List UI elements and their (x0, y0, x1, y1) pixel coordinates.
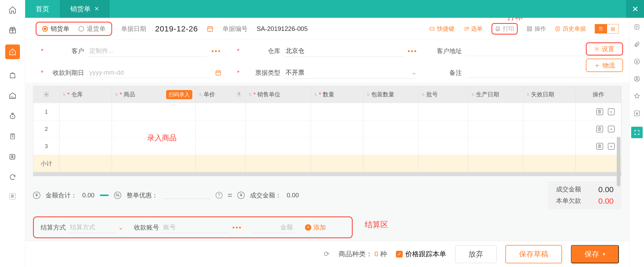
deal-amount: 0.00 (287, 192, 299, 199)
tab-bar: 首页 销货单 ✕ ✕ (25, 0, 644, 18)
settle-method[interactable]: 结算方式 结算方式 ⌄ (41, 222, 123, 233)
svg-rect-17 (496, 29, 499, 31)
expand-icon[interactable] (631, 127, 643, 138)
svg-point-14 (468, 28, 468, 29)
date-value[interactable]: 2019-12-26 (155, 24, 198, 33)
radio-sale[interactable]: 销货单 (42, 25, 69, 33)
delete-row-icon[interactable]: 🗑 (596, 108, 603, 115)
docno-label: 单据编号 (222, 25, 248, 33)
col-price[interactable]: ⇅单价? (196, 86, 245, 103)
attachment-icon[interactable] (633, 40, 641, 48)
deal-icon: ¥ (237, 192, 245, 199)
annotation-settle: 结算区 (365, 219, 388, 230)
svg-point-5 (11, 155, 13, 157)
svg-point-9 (636, 77, 638, 79)
subtotal-row: 小计 (33, 155, 621, 172)
v-scrollbar[interactable] (617, 137, 620, 186)
discount-icon: % (114, 192, 121, 199)
warehouse-icon[interactable] (8, 91, 17, 100)
table-header: ⇅*仓库 ⇅*商品扫码录入 ⇅单价? ⇅*销售单位 ⇅*数量 ⇅包装数量 ⇅批号… (33, 86, 621, 103)
view-list-icon[interactable]: ☰ (595, 24, 607, 34)
settle-amount[interactable]: 金额 (253, 222, 294, 233)
delete-row-icon[interactable]: 🗑 (596, 126, 603, 132)
sync-icon[interactable] (8, 173, 17, 182)
doc-settings-button[interactable]: 设置 (586, 42, 623, 55)
add-settlement-button[interactable]: +添加 (305, 223, 326, 232)
discard-button[interactable]: 放弃 (455, 245, 496, 263)
tab-sales-order[interactable]: 销货单 ✕ (60, 0, 110, 18)
new-badge[interactable]: 新 (9, 193, 16, 199)
sales-icon[interactable]: ¥ (5, 44, 20, 59)
add-row-icon[interactable]: ＋ (608, 108, 615, 115)
coin-icon[interactable] (633, 58, 641, 65)
calendar-icon[interactable] (207, 25, 214, 32)
radio-return[interactable]: 退货单 (78, 25, 106, 33)
svg-text:¥: ¥ (12, 115, 13, 118)
yen-box-icon[interactable] (633, 109, 641, 117)
chevron-down-icon: ⌄ (412, 69, 416, 76)
col-exp[interactable]: ⇅失效日期 (523, 86, 576, 103)
col-mfg[interactable]: ⇅生产日期 (468, 86, 523, 103)
svg-rect-23 (216, 71, 221, 75)
tool-pick[interactable]: 选单 (463, 25, 483, 33)
scan-entry-chip[interactable]: 扫码录入 (166, 90, 192, 99)
table-row[interactable]: 3 🗑＋ (33, 137, 621, 155)
contact-icon[interactable] (8, 152, 17, 161)
doc-header-bar: 销货单 退货单 单据日期 2019-12-26 单据编号 SA-20191226… (25, 18, 629, 40)
footer-bar: ⟳ 商品种类： 0 种 ✓价格跟踪本单 放弃 保存草稿 保存▾ (25, 241, 629, 267)
close-all-icon[interactable]: ✕ (626, 0, 644, 18)
totals-box: 成交金额0.00 本单欠款0.00 (548, 181, 621, 209)
save-button[interactable]: 保存▾ (571, 245, 619, 263)
view-toggle[interactable]: ☰ ▤ (595, 24, 619, 34)
add-logistics-button[interactable]: ＋物流 (586, 59, 623, 72)
bag-icon[interactable] (8, 71, 17, 80)
field-warehouse[interactable]: *仓库 北京仓••• (237, 45, 418, 57)
field-due-date[interactable]: *收款到期日 yyyy-mm-dd (41, 67, 221, 79)
settle-account[interactable]: 收款账号 账号 ••• (134, 222, 242, 233)
tool-history[interactable]: 历史单据 (555, 25, 586, 33)
table-row[interactable]: 1 🗑＋ (33, 103, 621, 120)
help-icon[interactable]: ? (216, 192, 222, 199)
add-row-icon[interactable]: ＋ (608, 143, 615, 150)
order-type-group: 销货单 退货单 (36, 22, 112, 36)
close-tab-icon[interactable]: ✕ (94, 5, 99, 12)
money-bag-icon[interactable]: ¥ (8, 112, 17, 120)
calendar-icon (215, 70, 221, 76)
line-items-table: ⇅*仓库 ⇅*商品扫码录入 ⇅单价? ⇅*销售单位 ⇅*数量 ⇅包装数量 ⇅批号… (33, 86, 621, 176)
home-icon[interactable] (8, 5, 17, 14)
col-packqty[interactable]: ⇅包装数量 (363, 86, 418, 103)
right-rail (629, 18, 644, 267)
col-settings[interactable] (33, 86, 59, 103)
track-checkbox[interactable]: ✓价格跟踪本单 (396, 249, 446, 259)
chevron-down-icon: ▾ (603, 251, 605, 257)
col-lot[interactable]: ⇅批号 (418, 86, 468, 103)
tool-print[interactable]: 打印 (492, 23, 518, 35)
discount-input[interactable] (163, 192, 210, 199)
table-row[interactable]: 2 🗑＋ (33, 120, 621, 137)
tool-hotkey[interactable]: 快捷键 (429, 25, 454, 33)
svg-text:¥: ¥ (11, 51, 13, 54)
date-label: 单据日期 (121, 25, 146, 33)
tab-home[interactable]: 首页 (25, 0, 60, 18)
field-invoice[interactable]: *票据类型 不开票⌄ (237, 67, 418, 79)
tool-op[interactable]: 操作 (527, 25, 546, 33)
star-icon[interactable] (633, 92, 641, 100)
refresh-icon[interactable]: ⟳ (324, 250, 330, 258)
delete-row-icon[interactable]: 🗑 (596, 143, 603, 150)
col-unit[interactable]: ⇅*销售单位 (245, 86, 311, 103)
svg-point-24 (596, 48, 598, 50)
gift-icon[interactable] (8, 26, 17, 35)
view-grid-icon[interactable]: ▤ (607, 24, 619, 34)
field-customer[interactable]: *客户 定制件...••• (41, 45, 221, 57)
note-icon[interactable] (633, 23, 641, 31)
col-product[interactable]: ⇅*商品扫码录入 (112, 86, 196, 103)
col-qty[interactable]: ⇅*数量 (311, 86, 363, 103)
col-warehouse[interactable]: ⇅*仓库 (59, 86, 112, 103)
minus-icon (100, 194, 109, 196)
save-draft-button[interactable]: 保存草稿 (505, 245, 562, 263)
col-op: 操作 (576, 86, 621, 103)
add-row-icon[interactable]: ＋ (608, 126, 615, 132)
user-circle-icon[interactable] (633, 75, 641, 83)
clipboard-icon[interactable] (8, 132, 17, 141)
h-scrollbar[interactable] (33, 172, 621, 176)
